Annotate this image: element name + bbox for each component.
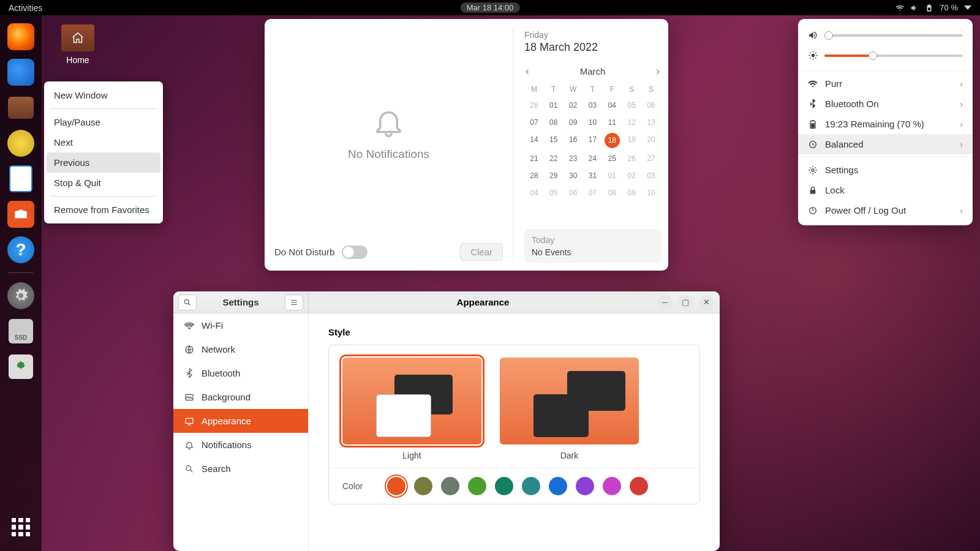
color-swatch[interactable]	[414, 477, 432, 495]
maximize-button[interactable]: ▢	[678, 295, 693, 310]
calendar-day[interactable]: 28	[524, 97, 544, 113]
dock-trash[interactable]	[6, 351, 36, 382]
dock-disk[interactable]: SSD	[6, 316, 36, 347]
system-menu-19-23-remaining-70-[interactable]: 19:23 Remaining (70 %)›	[798, 114, 973, 134]
calendar-day[interactable]: 02	[564, 97, 583, 113]
calendar-day[interactable]: 27	[641, 151, 661, 167]
calendar-day[interactable]: 11	[602, 114, 622, 130]
color-swatch[interactable]	[522, 477, 540, 495]
settings-titlebar[interactable]: Settings Appearance ─ ▢ ✕	[173, 291, 720, 313]
calendar-day[interactable]: 06	[641, 97, 661, 113]
brightness-slider[interactable]	[824, 54, 963, 57]
calendar-day[interactable]: 01	[602, 168, 622, 184]
calendar-day[interactable]: 25	[602, 151, 622, 167]
calendar-day[interactable]: 05	[622, 97, 641, 113]
system-menu-power-off-log-out[interactable]: Power Off / Log Out›	[798, 200, 973, 220]
color-swatch[interactable]	[549, 477, 567, 495]
volume-slider[interactable]	[824, 34, 963, 37]
calendar-day[interactable]: 30	[564, 168, 583, 184]
activities-button[interactable]: Activities	[0, 3, 51, 13]
desktop-home-folder[interactable]: Home	[61, 24, 94, 65]
ctx-previous[interactable]: Previous	[47, 152, 160, 173]
system-menu-purr[interactable]: Purr›	[798, 73, 973, 94]
ctx-next[interactable]: Next	[44, 132, 163, 152]
color-swatch[interactable]	[630, 477, 648, 495]
calendar-day[interactable]: 08	[544, 114, 564, 130]
settings-sidebar-background[interactable]: Background	[173, 385, 308, 409]
clear-button[interactable]: Clear	[460, 243, 503, 261]
dock-files[interactable]	[6, 92, 36, 123]
settings-sidebar-appearance[interactable]: Appearance	[173, 409, 308, 433]
calendar-next-month[interactable]: ›	[655, 65, 661, 78]
settings-sidebar-wi-fi[interactable]: Wi-Fi	[173, 313, 308, 337]
color-swatch[interactable]	[441, 477, 459, 495]
dock-thunderbird[interactable]	[6, 57, 36, 88]
color-swatch[interactable]	[576, 477, 594, 495]
calendar-day[interactable]: 09	[564, 114, 583, 130]
calendar-day[interactable]: 21	[524, 151, 544, 167]
calendar-day[interactable]: 08	[602, 185, 622, 201]
calendar-day[interactable]: 13	[641, 114, 661, 130]
ctx-new-window[interactable]: New Window	[44, 85, 163, 105]
color-swatch[interactable]	[387, 477, 405, 495]
calendar-day[interactable]: 05	[544, 185, 564, 201]
system-menu-bluetooth-on[interactable]: Bluetooth On›	[798, 94, 973, 114]
system-menu-settings[interactable]: Settings	[798, 160, 973, 180]
calendar-day[interactable]: 07	[583, 185, 603, 201]
dock-libreoffice[interactable]	[6, 163, 36, 194]
calendar-day[interactable]: 22	[544, 151, 564, 167]
settings-sidebar-bluetooth[interactable]: Bluetooth	[173, 361, 308, 385]
calendar-day[interactable]: 10	[583, 114, 603, 130]
calendar-day[interactable]: 04	[602, 97, 622, 113]
calendar-day[interactable]: 07	[524, 114, 544, 130]
settings-sidebar-notifications[interactable]: Notifications	[173, 433, 308, 457]
calendar-day[interactable]: 24	[583, 151, 603, 167]
calendar-day[interactable]: 20	[641, 132, 661, 149]
ctx-stop-quit[interactable]: Stop & Quit	[44, 173, 163, 193]
dock-help[interactable]: ?	[6, 234, 36, 265]
calendar-day[interactable]: 31	[583, 168, 603, 184]
show-applications[interactable]	[6, 512, 36, 542]
calendar-day[interactable]: 12	[622, 114, 641, 130]
calendar-day[interactable]: 09	[622, 185, 641, 201]
calendar-day[interactable]: 29	[544, 168, 564, 184]
settings-menu-button[interactable]	[285, 294, 303, 310]
system-menu-lock[interactable]: Lock	[798, 180, 973, 200]
style-option-dark[interactable]: Dark	[500, 358, 639, 460]
dnd-toggle[interactable]	[342, 246, 368, 259]
ctx-remove-favorites[interactable]: Remove from Favorites	[44, 200, 163, 220]
dock-rhythmbox[interactable]	[6, 128, 36, 159]
calendar-day[interactable]: 17	[583, 132, 603, 149]
calendar-day[interactable]: 01	[544, 97, 564, 113]
calendar-day[interactable]: 23	[564, 151, 583, 167]
dock-software[interactable]	[6, 199, 36, 230]
calendar-day[interactable]: 10	[641, 185, 661, 201]
style-option-light[interactable]: Light	[342, 358, 481, 460]
status-area[interactable]: 70 %	[895, 3, 980, 12]
calendar-day[interactable]: 19	[622, 132, 641, 149]
close-button[interactable]: ✕	[699, 295, 714, 310]
settings-search-button[interactable]	[178, 294, 197, 310]
calendar-day[interactable]: 06	[564, 185, 583, 201]
clock-button[interactable]: Mar 18 14:00	[461, 2, 520, 13]
color-swatch[interactable]	[603, 477, 621, 495]
settings-sidebar-network[interactable]: Network	[173, 337, 308, 361]
calendar-day[interactable]: 15	[544, 132, 564, 149]
color-swatch[interactable]	[468, 477, 486, 495]
calendar-day[interactable]: 18	[605, 133, 620, 148]
calendar-day[interactable]: 14	[524, 132, 544, 149]
calendar-prev-month[interactable]: ‹	[524, 65, 530, 78]
calendar-day[interactable]: 16	[564, 132, 583, 149]
calendar-day[interactable]: 03	[583, 97, 603, 113]
dock-firefox[interactable]	[6, 21, 36, 52]
calendar-day[interactable]: 02	[622, 168, 641, 184]
dock-settings-running[interactable]	[6, 280, 36, 311]
settings-sidebar-search[interactable]: Search	[173, 457, 308, 481]
calendar-day[interactable]: 28	[524, 168, 544, 184]
system-menu-balanced[interactable]: Balanced›	[798, 134, 973, 154]
calendar-day[interactable]: 03	[641, 168, 661, 184]
ctx-play-pause[interactable]: Play/Pause	[44, 112, 163, 132]
calendar-day[interactable]: 26	[622, 151, 641, 167]
color-swatch[interactable]	[495, 477, 513, 495]
calendar-day[interactable]: 04	[524, 185, 544, 201]
